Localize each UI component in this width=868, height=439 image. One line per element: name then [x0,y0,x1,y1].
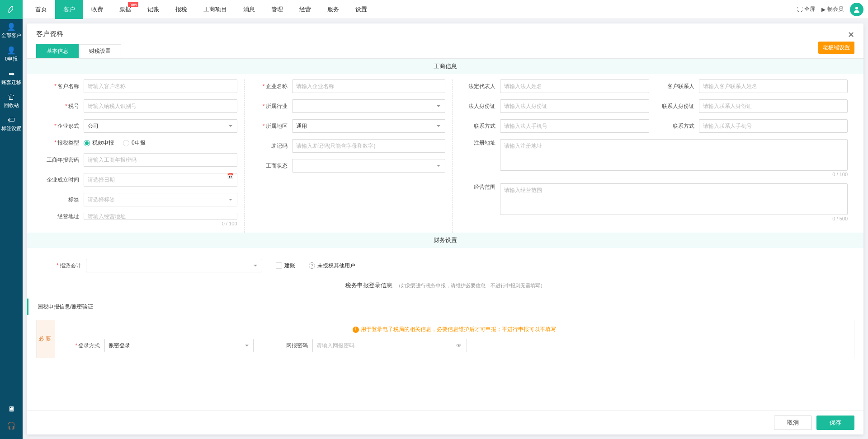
region-select[interactable]: 通用 [292,119,446,133]
legal-phone-input[interactable] [500,119,649,133]
sidebar-item-migrate[interactable]: ➡账套迁移 [0,66,23,89]
cancel-button[interactable]: 取消 [774,416,812,430]
avatar[interactable] [850,3,863,16]
customer-name-input[interactable] [84,79,237,93]
nav-home[interactable]: 首页 [27,0,55,19]
biz-addr-count: 0 / 100 [84,221,237,226]
nav-bookkeep[interactable]: 记账 [139,0,167,19]
trash-icon: 🗑 [0,93,23,101]
enterprise-name-input[interactable] [292,79,446,93]
nav-biz[interactable]: 工商项目 [195,0,235,19]
nav-customer[interactable]: 客户 [55,0,83,19]
eye-off-icon[interactable]: 👁 [456,342,462,349]
mnemonic-input[interactable] [292,139,446,153]
nat-tax-title: 国税申报信息/账密验证 [27,299,863,315]
monitor-icon: 🖥 [0,405,23,413]
logo[interactable] [0,0,23,19]
sidebar: 👤全部客户 👤0申报 ➡账套迁移 🗑回收站 🏷标签设置 🖥 🎧 [0,0,23,439]
tax-mode-radio-normal[interactable]: 税款申报 [84,139,114,147]
radio-checked-icon [84,140,90,146]
export-icon: ➡ [0,70,23,78]
nav-service[interactable]: 服务 [319,0,347,19]
reg-addr-textarea[interactable] [500,139,848,171]
nav-fee[interactable]: 收费 [83,0,111,19]
nav-msg[interactable]: 消息 [235,0,263,19]
tab-basic[interactable]: 基本信息 [36,44,79,58]
legal-rep-input[interactable] [500,79,649,93]
section-fin-title: 财务设置 [27,233,863,248]
modal-title: 客户资料 [36,30,63,38]
contact-phone-input[interactable] [699,119,848,133]
annual-pwd-input[interactable] [84,153,237,167]
biz-scope-count: 0 / 500 [500,216,848,221]
net-pwd-input[interactable] [312,339,467,352]
contact-name-input[interactable] [699,79,848,93]
save-button[interactable]: 保存 [816,416,854,430]
user-icon: 👤 [0,23,23,31]
section-tax-title: 税务申报登录信息（如您要进行税务申报，请维护必要信息；不进行申报则无需填写） [27,278,863,293]
avatar-icon [853,5,861,14]
biz-addr-input[interactable] [84,213,237,220]
topnav: 首页 客户 收费 票据new 记账 报税 工商项目 消息 管理 经营 服务 设置… [23,0,868,19]
tags-select[interactable]: 请选择标签 [84,193,237,206]
fullscreen-button[interactable]: ⛶全屏 [797,5,815,13]
new-badge: new [128,2,138,7]
tax-warning: !用于登录电子税局的相关信息，必要信息维护后才可申报；不进行申报可以不填写 [64,326,845,333]
boss-settings-button[interactable]: 老板端设置 [818,42,854,54]
tab-fintax[interactable]: 财税设置 [79,44,121,58]
nav-operate[interactable]: 经营 [291,0,319,19]
industry-select[interactable] [292,99,446,113]
login-method-select[interactable]: 账密登录 [104,339,254,352]
question-icon[interactable]: ? [309,262,315,269]
video-icon: ▶ [821,6,826,13]
create-account-checkbox[interactable]: 建账 [276,262,295,270]
est-date-input[interactable] [84,173,237,187]
warning-icon: ! [353,327,359,333]
close-button[interactable]: ✕ [848,30,854,40]
nav-settings[interactable]: 设置 [347,0,375,19]
customer-modal: 客户资料 ✕ 基本信息 财税设置 老板端设置 工商信息 *客户名称 *税号 [27,23,863,434]
headset-icon: 🎧 [0,421,23,430]
reg-addr-count: 0 / 100 [500,172,848,177]
sidebar-item-desktop[interactable]: 🖥 [0,402,23,418]
checkbox-icon [276,262,282,269]
sidebar-item-support[interactable]: 🎧 [0,418,23,434]
sidebar-item-tags[interactable]: 🏷标签设置 [0,112,23,135]
tax-mode-radio-zero[interactable]: 0申报 [123,139,146,147]
legal-id-input[interactable] [500,99,649,113]
section-biz-title: 工商信息 [27,59,863,74]
tax-no-input[interactable] [84,99,237,113]
user-icon: 👤 [0,46,23,55]
sidebar-item-recycle[interactable]: 🗑回收站 [0,89,23,112]
radio-icon [123,140,129,146]
calendar-icon: 📅 [227,173,234,179]
svg-point-0 [855,7,858,9]
sidebar-item-zero-report[interactable]: 👤0申报 [0,42,23,66]
enterprise-type-select[interactable]: 公司 [84,119,237,133]
sidebar-item-all-customers[interactable]: 👤全部客户 [0,19,23,42]
nav-manage[interactable]: 管理 [263,0,291,19]
assign-accountant-select[interactable] [86,259,262,272]
required-tag: 必要 [37,320,55,358]
biz-status-select[interactable] [292,159,446,173]
contact-id-input[interactable] [699,99,848,113]
fullscreen-icon: ⛶ [797,6,802,13]
leaf-icon [6,5,16,14]
biz-scope-textarea[interactable] [500,183,848,215]
member-button[interactable]: ▶畅会员 [821,5,844,13]
tag-icon: 🏷 [0,116,23,124]
nav-invoice[interactable]: 票据new [111,0,139,19]
no-auth-info: ?未授权其他用户 [309,262,355,270]
nav-tax[interactable]: 报税 [167,0,195,19]
